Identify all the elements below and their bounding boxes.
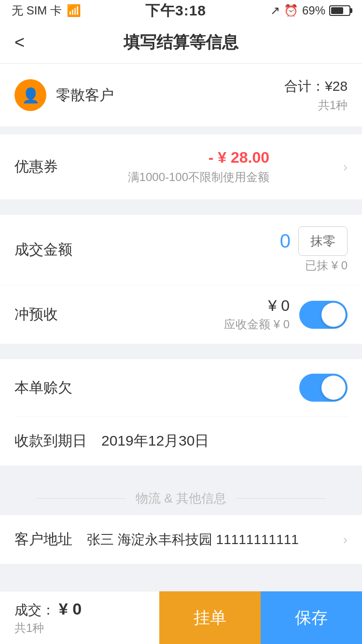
customer-info-right: 合计：¥28 共1种 xyxy=(284,77,348,113)
credit-toggle-knob xyxy=(321,376,346,400)
battery-icon xyxy=(329,5,350,16)
no-sim-label: 无 SIM 卡 xyxy=(12,3,62,18)
deal-amount-section: 成交金额 0 抹零 已抹 ¥ 0 冲预收 ¥ 0 应收金额 ¥ 0 xyxy=(0,215,362,344)
divider-3 xyxy=(0,474,362,481)
customer-info-left: 👤 零散客户 xyxy=(14,79,114,111)
prepayment-toggle[interactable] xyxy=(299,301,348,329)
due-date-label: 收款到期日 xyxy=(14,431,87,451)
nav-bar: < 填写结算等信息 xyxy=(0,21,362,64)
logistics-divider: 物流 & 其他信息 xyxy=(0,481,362,515)
round-zero-button[interactable]: 抹零 xyxy=(298,226,348,256)
save-button[interactable]: 保存 xyxy=(261,591,362,644)
credit-label: 本单赊欠 xyxy=(14,378,72,398)
hang-order-button[interactable]: 挂单 xyxy=(159,591,261,644)
deal-amount-sub: 已抹 ¥ 0 xyxy=(280,258,348,273)
direction-icon: ↗ xyxy=(270,4,280,17)
due-date-row: 收款到期日 2019年12月30日 xyxy=(0,417,362,466)
coupon-right: - ¥ 28.00 满1000-100不限制使用金额 xyxy=(128,149,269,185)
total-amount: 合计：¥28 xyxy=(284,77,348,96)
credit-section: 本单赊欠 收款到期日 2019年12月30日 xyxy=(0,359,362,466)
deal-amount-value[interactable]: 0 xyxy=(280,230,291,252)
bottom-count: 共1种 xyxy=(14,620,145,636)
deal-amount-right: 0 抹零 已抹 ¥ 0 xyxy=(280,226,348,273)
coupon-chevron-icon: › xyxy=(343,159,348,175)
deal-amount-row: 成交金额 0 抹零 已抹 ¥ 0 xyxy=(0,215,362,285)
status-bar: 无 SIM 卡 📶 下午3:18 ↗ ⏰ 69% xyxy=(0,0,362,21)
divider-1 xyxy=(0,207,362,215)
coupon-row[interactable]: 优惠券 - ¥ 28.00 满1000-100不限制使用金额 › xyxy=(0,134,362,199)
address-chevron-icon: › xyxy=(343,532,348,547)
page-title: 填写结算等信息 xyxy=(124,31,238,54)
total-count: 共1种 xyxy=(284,98,348,113)
prepayment-right: ¥ 0 应收金额 ¥ 0 xyxy=(224,297,348,332)
coupon-discount: - ¥ 28.00 xyxy=(128,149,269,167)
due-date-value: 2019年12月30日 xyxy=(101,431,209,451)
address-label: 客户地址 xyxy=(14,530,72,549)
wifi-icon: 📶 xyxy=(67,4,81,17)
prepayment-value: ¥ 0 xyxy=(224,297,290,315)
address-value: 张三 海淀永丰科技园 11111111111 xyxy=(87,531,339,549)
avatar-icon: 👤 xyxy=(22,87,40,104)
status-right: ↗ ⏰ 69% xyxy=(270,4,350,17)
divider-2 xyxy=(0,351,362,359)
logistics-label: 物流 & 其他信息 xyxy=(136,490,226,507)
deal-amount-label: 成交金额 xyxy=(14,240,72,260)
status-left: 无 SIM 卡 📶 xyxy=(12,3,81,18)
bottom-deal-amount: ¥ 0 xyxy=(59,600,82,618)
credit-toggle[interactable] xyxy=(299,374,348,402)
battery-percent: 69% xyxy=(302,4,325,17)
prepayment-sub: 应收金额 ¥ 0 xyxy=(224,317,290,332)
deal-amount-main: 0 抹零 xyxy=(280,226,348,256)
coupon-desc: 满1000-100不限制使用金额 xyxy=(128,169,269,185)
bottom-bar: 成交： ¥ 0 共1种 挂单 保存 xyxy=(0,591,362,644)
customer-name: 零散客户 xyxy=(56,85,114,105)
alarm-icon: ⏰ xyxy=(284,4,298,17)
back-button[interactable]: < xyxy=(14,32,25,53)
battery-fill xyxy=(331,7,343,14)
credit-row: 本单赊欠 xyxy=(0,359,362,416)
prepayment-value-stack: ¥ 0 应收金额 ¥ 0 xyxy=(224,297,290,332)
bottom-summary: 成交： ¥ 0 共1种 xyxy=(0,600,159,636)
prepayment-row: 冲预收 ¥ 0 应收金额 ¥ 0 xyxy=(0,285,362,344)
status-time: 下午3:18 xyxy=(145,1,206,21)
toggle-knob xyxy=(321,303,346,327)
main-content: 👤 零散客户 合计：¥28 共1种 优惠券 - ¥ 28.00 满1000-10… xyxy=(0,64,362,622)
coupon-label: 优惠券 xyxy=(14,157,58,177)
bottom-deal-label: 成交： xyxy=(14,602,55,617)
bottom-deal-line: 成交： ¥ 0 xyxy=(14,600,145,619)
avatar: 👤 xyxy=(14,79,46,111)
prepayment-label: 冲预收 xyxy=(14,305,58,324)
customer-row: 👤 零散客户 合计：¥28 共1种 xyxy=(0,64,362,126)
address-row[interactable]: 客户地址 张三 海淀永丰科技园 11111111111 › xyxy=(0,515,362,564)
